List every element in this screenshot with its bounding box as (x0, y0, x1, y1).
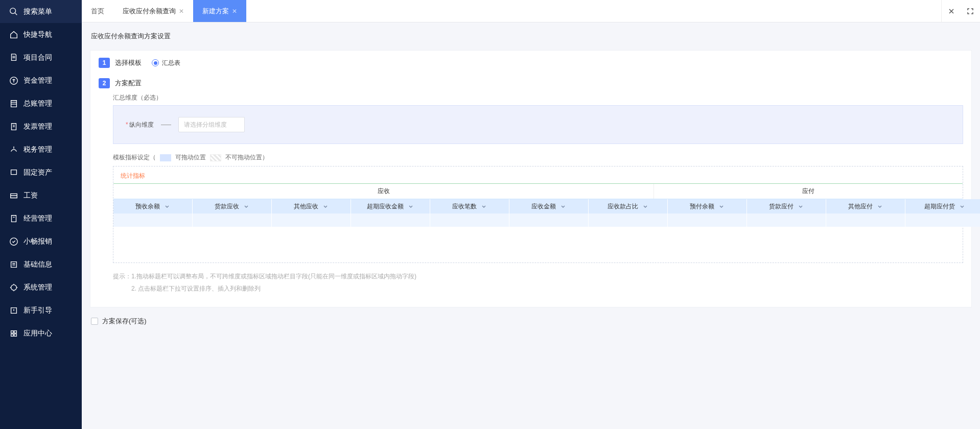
column-header-8[interactable]: 货款应付 (747, 199, 826, 213)
column-header-5[interactable]: 应收金额 (509, 199, 589, 213)
fullscreen-button[interactable] (961, 0, 980, 22)
sidebar-item-label: 固定资产 (24, 168, 52, 177)
invoice-icon (9, 122, 18, 131)
stat-indicator-label: 统计指标 (113, 166, 963, 183)
sidebar-item-8[interactable]: 工资 (0, 184, 82, 207)
sidebar-item-5[interactable]: 发票管理 (0, 115, 82, 138)
info-icon (9, 260, 18, 269)
step2-row: 2 方案配置 (99, 78, 963, 88)
chevron-down-icon (718, 203, 725, 209)
content: 应收应付余额查询方案设置 1 选择模板 汇总表 2 方案配置 (82, 22, 980, 429)
column-header-2[interactable]: 其他应收 (272, 199, 351, 213)
drag-label: 可拖动位置 (175, 153, 206, 162)
column-header-6[interactable]: 应收款占比 (589, 199, 668, 213)
column-group-0: 应收 (113, 184, 654, 199)
dimension-line (161, 125, 171, 125)
indicator-label: 模板指标设定（ (113, 153, 156, 162)
sidebar-item-13[interactable]: 新手引导 (0, 299, 82, 322)
sidebar-item-label: 快捷导航 (24, 30, 52, 39)
hints: 提示：1.拖动标题栏可以调整布局，不可跨维度或指标区域拖动栏目字段(只能在同一维… (113, 270, 963, 295)
indicator-table: 统计指标 应收应付 预收余额货款应收其他应收超期应收金额应收笔数应收金额应收款占… (113, 166, 963, 263)
sidebar-item-label: 系统管理 (24, 283, 52, 292)
radio-label: 汇总表 (162, 59, 180, 67)
sidebar-item-2[interactable]: 项目合同 (0, 46, 82, 69)
guide-icon (9, 306, 18, 315)
swatch-draggable (160, 154, 171, 161)
sidebar-item-label: 应用中心 (24, 329, 52, 338)
main: 首页应收应付余额查询✕新建方案✕ 应收应付余额查询方案设置 1 选择模板 汇总表 (82, 0, 980, 429)
tab-close[interactable]: ✕ (232, 8, 237, 15)
sidebar-item-3[interactable]: 资金管理 (0, 69, 82, 92)
sidebar-item-label: 小畅报销 (24, 237, 52, 246)
chevron-down-icon (164, 203, 170, 209)
data-cell (272, 213, 351, 227)
sidebar-item-9[interactable]: 经营管理 (0, 207, 82, 230)
sidebar-item-11[interactable]: 基础信息 (0, 253, 82, 276)
tabs-close-all[interactable] (941, 0, 961, 22)
tab-label: 应收应付余额查询 (123, 7, 176, 16)
data-cell (193, 213, 272, 227)
chevron-down-icon (408, 203, 414, 209)
column-header-9[interactable]: 其他应付 (826, 199, 905, 213)
column-label: 货款应收 (215, 202, 239, 211)
template-radio-summary[interactable]: 汇总表 (152, 59, 180, 67)
hints-line1: 1.拖动标题栏可以调整布局，不可跨维度或指标区域拖动栏目字段(只能在同一维度或指… (131, 273, 416, 280)
dimension-select[interactable]: 请选择分组维度 (178, 117, 245, 132)
sidebar-item-7[interactable]: 固定资产 (0, 161, 82, 184)
sidebar-item-1[interactable]: 快捷导航 (0, 23, 82, 46)
reimb-icon (9, 237, 18, 246)
chevron-down-icon (798, 203, 804, 209)
sys-icon (9, 283, 18, 292)
column-header-0[interactable]: 预收余额 (113, 199, 193, 213)
sidebar-item-label: 工资 (24, 191, 38, 200)
hints-line2: 2. 点击标题栏下拉可设置排序、插入列和删除列 (131, 285, 261, 292)
column-label: 超期应付货 (924, 202, 955, 211)
column-header-3[interactable]: 超期应收金额 (351, 199, 430, 213)
column-label: 预付余额 (690, 202, 714, 211)
chevron-down-icon (560, 203, 566, 209)
sidebar-item-4[interactable]: 总账管理 (0, 92, 82, 115)
tabbar: 首页应收应付余额查询✕新建方案✕ (82, 0, 980, 22)
column-header-10[interactable]: 超期应付货 (905, 199, 980, 213)
chevron-down-icon (243, 203, 249, 209)
sidebar-item-6[interactable]: 税务管理 (0, 138, 82, 161)
tab-label: 首页 (91, 7, 104, 16)
apps-icon (9, 329, 18, 338)
close-icon (948, 8, 955, 15)
column-label: 其他应收 (294, 202, 318, 211)
column-label: 应收笔数 (452, 202, 477, 211)
sidebar-item-10[interactable]: 小畅报销 (0, 230, 82, 253)
page-title: 应收应付余额查询方案设置 (90, 32, 972, 41)
save-checkbox[interactable] (91, 318, 98, 325)
column-header-7[interactable]: 预付余额 (668, 199, 747, 213)
sidebar-item-0[interactable]: 搜索菜单 (0, 0, 82, 23)
money-icon (9, 76, 18, 85)
dimension-field-label: *纵向维度 (126, 121, 154, 129)
step1-row: 1 选择模板 汇总表 (99, 58, 963, 68)
sidebar-item-14[interactable]: 应用中心 (0, 322, 82, 345)
fullscreen-icon (967, 8, 974, 15)
salary-icon (9, 191, 18, 200)
column-header-4[interactable]: 应收笔数 (430, 199, 509, 213)
dimension-placeholder: 请选择分组维度 (184, 121, 227, 129)
sidebar-item-12[interactable]: 系统管理 (0, 276, 82, 299)
sidebar-item-label: 总账管理 (24, 99, 52, 108)
tab-close[interactable]: ✕ (179, 8, 184, 15)
tab-1[interactable]: 应收应付余额查询✕ (113, 0, 193, 22)
sidebar-item-label: 发票管理 (24, 122, 52, 131)
config-card: 1 选择模板 汇总表 2 方案配置 汇总维度（必选） *纵向维度 (90, 50, 972, 307)
sidebar-item-label: 项目合同 (24, 53, 52, 62)
save-row: 方案保存(可选) (90, 307, 972, 326)
column-label: 其他应付 (848, 202, 873, 211)
ledger-icon (9, 99, 18, 108)
tab-2[interactable]: 新建方案✕ (193, 0, 246, 22)
save-label: 方案保存(可选) (102, 317, 147, 326)
tab-0[interactable]: 首页 (82, 0, 113, 22)
column-label: 货款应付 (769, 202, 794, 211)
sidebar-item-label: 新手引导 (24, 306, 52, 315)
step2-label: 方案配置 (115, 79, 142, 88)
data-cell (905, 213, 980, 227)
column-header-1[interactable]: 货款应收 (193, 199, 272, 213)
column-label: 预收余额 (135, 202, 160, 211)
chevron-down-icon (481, 203, 487, 209)
